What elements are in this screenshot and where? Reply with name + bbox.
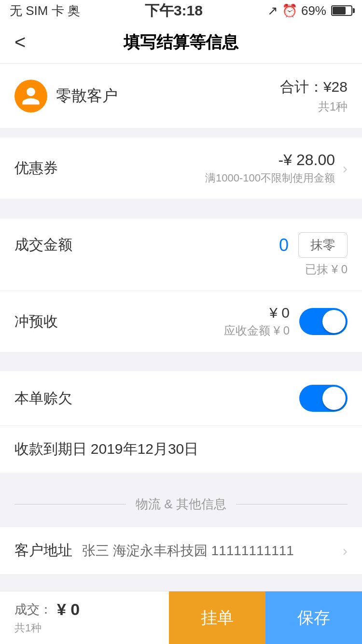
bottom-deal-row: 成交： ¥ 0	[14, 600, 154, 619]
logistics-divider: 物流 & 其他信息	[0, 482, 362, 526]
logistics-line-right	[236, 504, 348, 504]
due-date-date: 2019年12月30日	[91, 441, 198, 457]
logistics-text: 物流 & 其他信息	[126, 496, 236, 513]
round-button[interactable]: 抹零	[298, 232, 348, 258]
transaction-row: 成交金额 0 抹零	[14, 232, 348, 258]
divider-2	[0, 352, 362, 362]
prepay-amount: ¥ 0	[224, 305, 290, 321]
address-section[interactable]: 客户地址 张三 海淀永丰科技园 11111111111 ›	[0, 527, 362, 574]
transaction-value: 0	[279, 235, 289, 255]
nav-bar: < 填写结算等信息	[0, 21, 362, 64]
save-button[interactable]: 保存	[265, 591, 362, 644]
logistics-line-left	[14, 504, 126, 504]
debit-section: 本单赊欠	[0, 371, 362, 425]
customer-avatar	[14, 80, 47, 112]
back-button[interactable]: <	[14, 31, 43, 53]
divider-1	[0, 209, 362, 219]
deal-amount: ¥ 0	[57, 600, 80, 619]
customer-row: 零散客户 合计：¥28 共1种	[0, 64, 362, 128]
customer-left: 零散客户	[14, 80, 118, 112]
address-label: 客户地址	[14, 541, 72, 560]
customer-total: 合计：¥28	[280, 77, 348, 97]
debit-toggle[interactable]	[299, 385, 348, 412]
bottom-bar: 成交： ¥ 0 共1种 挂单 保存	[0, 591, 362, 644]
bottom-count: 共1种	[14, 621, 154, 635]
coupon-section: 优惠券 -¥ 28.00 满1000-100不限制使用金额 ›	[0, 138, 362, 199]
sim-label: 无 SIM 卡 奥	[10, 2, 80, 19]
debit-label: 本单赊欠	[14, 389, 72, 408]
customer-name: 零散客户	[56, 85, 118, 107]
debit-toggle-thumb	[322, 387, 346, 410]
location-icon: ↗	[267, 3, 278, 18]
alarm-icon: ⏰	[282, 3, 297, 18]
transaction-right: 0 抹零	[279, 232, 348, 258]
transaction-section: 成交金额 0 抹零 已抹 ¥ 0	[0, 219, 362, 291]
status-bar-time: 下午3:18	[145, 1, 203, 21]
coupon-amount: -¥ 28.00	[205, 151, 335, 169]
due-date-label: 收款到期日	[14, 441, 87, 457]
page-title: 填写结算等信息	[124, 31, 238, 54]
address-value: 张三 海淀永丰科技园 11111111111	[82, 542, 343, 560]
already-rounded: 已抹 ¥ 0	[14, 262, 348, 277]
address-chevron-icon: ›	[343, 543, 348, 559]
toggle-thumb	[322, 310, 346, 333]
hang-button[interactable]: 挂单	[169, 591, 265, 644]
due-date-section: 收款到期日 2019年12月30日	[0, 425, 362, 473]
prepay-values: ¥ 0 应收金额 ¥ 0	[224, 305, 290, 338]
prepay-section: 冲预收 ¥ 0 应收金额 ¥ 0	[0, 291, 362, 352]
prepay-right: ¥ 0 应收金额 ¥ 0	[224, 305, 348, 338]
coupon-chevron-icon: ›	[343, 160, 348, 177]
prepay-label: 冲预收	[14, 312, 58, 332]
coupon-label: 优惠券	[14, 158, 58, 178]
status-bar: 无 SIM 卡 奥 下午3:18 ↗ ⏰ 69%	[0, 0, 362, 21]
status-bar-left: 无 SIM 卡 奥	[10, 2, 80, 19]
customer-summary: 合计：¥28 共1种	[280, 77, 348, 114]
battery-icon	[331, 5, 352, 16]
transaction-label: 成交金额	[14, 235, 72, 255]
status-bar-right: ↗ ⏰ 69%	[267, 3, 352, 18]
battery-percent: 69%	[301, 3, 326, 18]
coupon-desc: 满1000-100不限制使用金额	[205, 171, 335, 185]
customer-count: 共1种	[280, 99, 348, 114]
prepay-receivable: 应收金额 ¥ 0	[224, 323, 290, 338]
bottom-info: 成交： ¥ 0 共1种	[0, 600, 169, 635]
prepay-toggle[interactable]	[299, 308, 348, 335]
deal-label: 成交：	[14, 601, 52, 618]
content: 零散客户 合计：¥28 共1种 优惠券 -¥ 28.00 满1000-100不限…	[0, 64, 362, 632]
person-icon	[20, 85, 42, 107]
coupon-info: -¥ 28.00 满1000-100不限制使用金额	[205, 151, 335, 185]
coupon-row[interactable]: 优惠券 -¥ 28.00 满1000-100不限制使用金额 ›	[0, 138, 362, 199]
coupon-right-area: -¥ 28.00 满1000-100不限制使用金额 ›	[205, 151, 348, 185]
